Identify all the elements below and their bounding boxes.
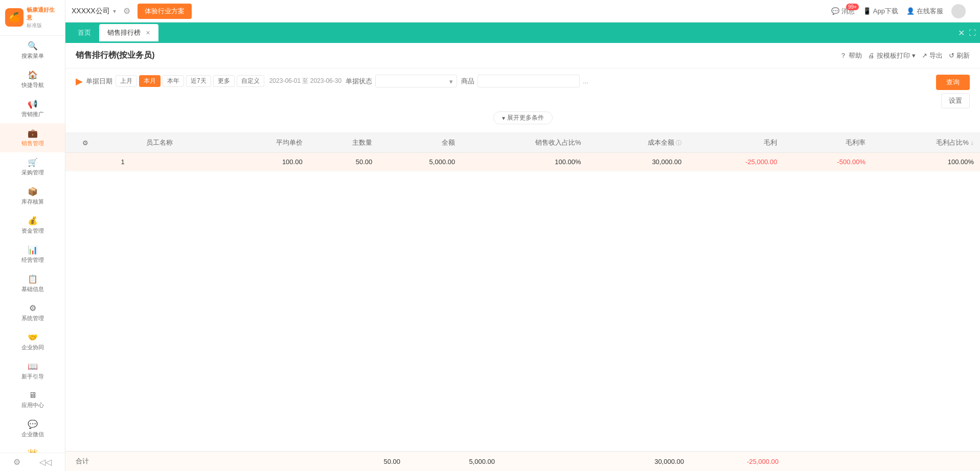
sidebar-item-label: 系统管理 (21, 315, 44, 322)
sidebar-item-企业协同[interactable]: 🤝 企业协同 (0, 327, 65, 356)
sidebar-item-label: 应用中心 (21, 401, 44, 409)
filter-settings-button[interactable]: 设置 (941, 93, 970, 108)
date-filter: ▶ 单据日期 上月 本月 本年 近7天 更多 自定义 2023-06-01 至 … (76, 75, 341, 87)
message-icon: 💬 (831, 7, 839, 15)
page-header: 销售排行榜(按业务员) ？ 帮助 🖨 按模板打印 ▾ ↗ 导出 (65, 43, 980, 69)
message-button[interactable]: 💬 消息 99+ (831, 7, 855, 16)
footer-cost: 30,000.00 (596, 458, 690, 465)
sidebar-item-资金管理[interactable]: 💰 资金管理 (0, 211, 65, 240)
tabbar-close-icon[interactable]: ✕ (958, 28, 965, 38)
sidebar-item-快捷导航[interactable]: 🏠 快捷导航 (0, 65, 65, 94)
goods-input[interactable] (477, 75, 580, 87)
filter-bar: ▶ 单据日期 上月 本月 本年 近7天 更多 自定义 2023-06-01 至 … (65, 69, 980, 133)
sidebar-icon: 📋 (28, 274, 38, 284)
topbar: XXXXX公司 ▾ ⚙ 体验行业方案 💬 消息 99+ 📱 App下载 👤 在线… (65, 0, 980, 23)
export-button[interactable]: ↗ 导出 (922, 51, 943, 60)
sidebar-item-应用中心[interactable]: 🖥 应用中心 (0, 386, 65, 414)
filter-actions: 查询 设置 (936, 75, 970, 108)
tab-close-icon[interactable]: ✕ (146, 30, 150, 36)
goods-filter: 商品 ... (461, 75, 588, 87)
service-label: 在线客服 (917, 7, 943, 16)
date-label: 单据日期 (86, 77, 112, 86)
company-dropdown-icon: ▾ (113, 8, 116, 15)
cell-settings (65, 153, 105, 171)
sidebar-item-label: 搜索菜单 (21, 52, 44, 60)
sidebar-item-销售管理[interactable]: 💼 销售管理 (0, 123, 65, 152)
avatar[interactable] (951, 4, 966, 18)
footer-name (123, 458, 217, 465)
sidebar-item-label: 资金管理 (21, 227, 44, 235)
sidebar-item-新手引导[interactable]: 📖 新手引导 (0, 356, 65, 386)
status-select-wrapper (375, 75, 457, 87)
logo-text: 畅康通好生意 (27, 6, 60, 22)
tabbar-right: ✕ ⛶ (958, 28, 976, 38)
sidebar-item-库存核算[interactable]: 📦 库存核算 (0, 182, 65, 211)
sidebar-item-基础信息[interactable]: 📋 基础信息 (0, 269, 65, 298)
sidebar-item-系统管理[interactable]: ⚙ 系统管理 (0, 298, 65, 327)
filter-expand-row: ▾ 展开更多条件 (76, 108, 970, 126)
date-btn-this-month[interactable]: 本月 (139, 75, 161, 87)
sidebar-item-搜索菜单[interactable]: 🔍 搜索菜单 (0, 36, 65, 65)
page-title: 销售排行榜(按业务员) (76, 50, 155, 61)
expand-icon: ▾ (502, 115, 505, 122)
sidebar-item-企业微信[interactable]: 💬 企业微信 (0, 414, 65, 443)
sidebar-icon: 🛒 (28, 158, 38, 167)
footer-label: 合计 (72, 457, 112, 466)
sidebar-item-label: 采购管理 (21, 169, 44, 176)
company-name: XXXXX公司 (72, 7, 110, 16)
date-btn-this-year[interactable]: 本年 (163, 75, 184, 87)
footer-qty: 50.00 (312, 458, 406, 465)
help-button[interactable]: ？ 帮助 (840, 51, 862, 60)
refresh-button[interactable]: ↺ 刷新 (949, 51, 970, 60)
expand-more-button[interactable]: ▾ 展开更多条件 (493, 111, 553, 124)
cell-index: 1 (105, 153, 140, 171)
date-buttons: 上月 本月 本年 近7天 更多 自定义 (116, 75, 264, 87)
topbar-settings-icon[interactable]: ⚙ (123, 6, 130, 16)
goods-label: 商品 (461, 77, 474, 86)
status-select[interactable] (375, 75, 457, 87)
query-button[interactable]: 查询 (936, 75, 970, 90)
trial-button[interactable]: 体验行业方案 (138, 4, 192, 19)
sidebar-item-label: 销售管理 (21, 140, 44, 147)
ellipsis-icon[interactable]: ... (583, 77, 588, 85)
date-range: 2023-06-01 至 2023-06-30 (269, 77, 341, 85)
message-badge: 99+ (846, 4, 859, 10)
tabbar-expand-icon[interactable]: ⛶ (969, 29, 976, 37)
sidebar-item-经营管理[interactable]: 📊 经营管理 (0, 240, 65, 269)
cell-avg-price: 100.00 (224, 153, 309, 171)
logo-sub: 标准版 (27, 22, 60, 29)
date-btn-more[interactable]: 更多 (213, 75, 235, 87)
sidebar-settings-icon[interactable]: ⚙ (13, 457, 20, 467)
sidebar-icon: 🔍 (28, 41, 38, 51)
sidebar-menu: 🔍 搜索菜单 🏠 快捷导航 📢 营销推广 💼 销售管理 🛒 采购管理 📦 库存核… (0, 36, 65, 453)
col-settings[interactable]: ⚙ (65, 133, 105, 153)
sidebar-item-畅会员[interactable]: 👑 畅会员 (0, 443, 65, 453)
app-download-button[interactable]: 📱 App下载 (863, 7, 898, 16)
tab-home[interactable]: 首页 (70, 24, 99, 41)
sidebar-bottom: ⚙ ◁◁ (0, 453, 65, 471)
company-selector[interactable]: XXXXX公司 ▾ (72, 7, 116, 16)
tab-sales-rank[interactable]: 销售排行榜 ✕ (99, 24, 158, 41)
print-button[interactable]: 🖨 按模板打印 ▾ (868, 51, 916, 60)
sidebar-icon: 📢 (28, 99, 38, 109)
online-service-button[interactable]: 👤 在线客服 (906, 7, 943, 16)
sidebar-collapse-icon[interactable]: ◁◁ (39, 457, 52, 467)
status-label: 单据状态 (346, 77, 372, 86)
print-dropdown-icon: ▾ (912, 52, 916, 59)
sidebar-item-营销推广[interactable]: 📢 营销推广 (0, 94, 65, 123)
sidebar-item-label: 企业协同 (21, 344, 44, 351)
date-btn-last-month[interactable]: 上月 (116, 75, 137, 87)
sidebar-item-采购管理[interactable]: 🛒 采购管理 (0, 152, 65, 182)
sidebar-icon: 📊 (28, 245, 38, 255)
filter-arrow-icon[interactable]: ▶ (76, 76, 83, 87)
col-qty: 主数量 (309, 133, 379, 153)
date-btn-custom[interactable]: 自定义 (237, 75, 264, 87)
service-icon: 👤 (906, 7, 915, 15)
table-header-row: ⚙ 员工名称 平均单价 主数量 全额 销售收入占比% 成本全额 ⓘ 毛利 毛利率… (65, 133, 980, 153)
date-btn-7days[interactable]: 近7天 (186, 75, 211, 87)
refresh-icon: ↺ (949, 52, 954, 59)
table-footer: 合计 50.00 5,000.00 30,000.00 -25,000.00 (65, 451, 980, 471)
sidebar-icon: 🏠 (28, 70, 38, 80)
content-area: 销售排行榜(按业务员) ？ 帮助 🖨 按模板打印 ▾ ↗ 导出 (65, 43, 980, 471)
sidebar-icon: 📖 (28, 362, 38, 371)
